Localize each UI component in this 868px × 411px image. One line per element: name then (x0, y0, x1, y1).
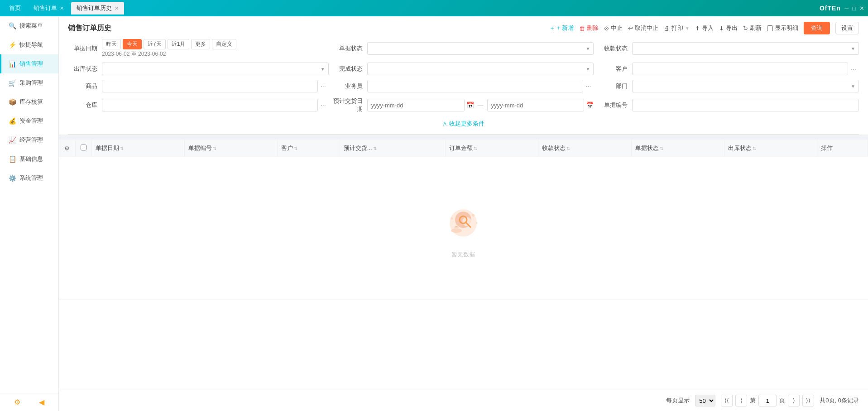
tab-sales-order[interactable]: 销售订单 ✕ (28, 2, 69, 15)
window-maximize-btn[interactable]: □ (852, 5, 856, 12)
date-more-btn[interactable]: 更多 (191, 39, 210, 49)
warehouse-label: 仓库 (68, 101, 102, 109)
department-label: 部门 (598, 82, 632, 90)
display-toggle[interactable]: 显示明细 (767, 24, 798, 32)
sidebar-item-base-info[interactable]: 📋 基础信息 (0, 150, 58, 169)
goods-input[interactable] (102, 80, 318, 92)
per-page-select[interactable]: 50 (695, 395, 715, 406)
department-select[interactable] (632, 80, 859, 92)
sidebar-item-search-menu[interactable]: 🔍 搜索菜单 (0, 16, 58, 35)
window-minimize-btn[interactable]: ─ (844, 5, 849, 12)
order-number-label: 单据编号 (598, 101, 632, 109)
pagination-next-btn[interactable]: ⟩ (788, 395, 800, 406)
sidebar-label-finance: 资金管理 (19, 117, 43, 125)
sidebar-item-inventory[interactable]: 📦 库存核算 (0, 92, 58, 111)
date-today-btn[interactable]: 今天 (123, 39, 142, 49)
warehouse-ellipsis-btn[interactable]: ··· (318, 101, 329, 110)
table-footer: 每页显示 50 ⟨⟨ ⟨ 第 页 ⟩ ⟩⟩ 共0页, 0条记录 (59, 390, 868, 411)
complete-status-control (367, 63, 594, 75)
stop-btn[interactable]: ⊘ 中止 (604, 24, 623, 32)
collapse-row[interactable]: ∧ 收起更多条件 (68, 118, 859, 130)
tab-sales-order-history-label: 销售订单历史 (77, 4, 112, 12)
display-toggle-checkbox[interactable] (767, 25, 773, 31)
th-settings[interactable]: ⚙ (59, 140, 75, 157)
payment-status-select[interactable] (632, 42, 859, 55)
export-btn[interactable]: ⬇ 导出 (719, 24, 738, 32)
calendar-start-icon[interactable]: 📅 (466, 102, 474, 109)
complete-status-select[interactable] (367, 63, 594, 75)
sidebar-item-operations[interactable]: 📈 经营管理 (0, 131, 58, 150)
order-number-control (632, 99, 859, 111)
calendar-end-icon[interactable]: 📅 (586, 102, 594, 109)
select-all-checkbox[interactable] (81, 145, 86, 150)
th-customer[interactable]: 客户⇅ (278, 140, 340, 157)
import-btn[interactable]: ⬆ 导入 (695, 24, 714, 32)
print-dropdown-icon: ▼ (685, 26, 690, 31)
th-checkbox[interactable] (75, 140, 91, 157)
goods-ellipsis-btn[interactable]: ··· (318, 82, 329, 91)
date-last7days-btn[interactable]: 近7天 (144, 39, 166, 49)
pagination-prev-btn[interactable]: ⟨ (735, 395, 747, 406)
cancel-stop-icon: ↩ (628, 25, 633, 32)
customer-sort-icon: ⇅ (294, 146, 297, 151)
th-payment-status[interactable]: 收款状态⇅ (538, 140, 631, 157)
delete-icon: 🗑 (579, 25, 585, 32)
th-number-label: 单据编号 (188, 145, 212, 151)
cancel-stop-btn[interactable]: ↩ 取消中止 (628, 24, 658, 32)
sidebar-item-system-mgmt[interactable]: ⚙️ 系统管理 (0, 169, 58, 188)
empty-text: 暂无数据 (451, 251, 475, 259)
salesperson-ellipsis-btn[interactable]: ··· (583, 82, 594, 91)
tab-sales-order-close[interactable]: ✕ (60, 5, 64, 11)
th-out-status[interactable]: 出库状态⇅ (724, 140, 817, 157)
sidebar-item-purchase-mgmt[interactable]: 🛒 采购管理 (0, 73, 58, 92)
delete-btn[interactable]: 🗑 删除 (579, 24, 599, 32)
page-label-before: 第 (750, 396, 756, 405)
customer-ellipsis-btn[interactable]: ··· (848, 64, 859, 73)
date-last1month-btn[interactable]: 近1月 (168, 39, 190, 49)
purchase-mgmt-icon: 🛒 (9, 79, 16, 87)
page-input[interactable] (758, 395, 777, 406)
th-number[interactable]: 单据编号⇅ (184, 140, 277, 157)
sidebar-item-sales-mgmt[interactable]: 📊 销售管理 (0, 54, 58, 73)
query-btn[interactable]: 查询 (804, 22, 830, 34)
sidebar-label-sales-mgmt: 销售管理 (19, 60, 43, 68)
salesperson-input[interactable] (367, 80, 583, 92)
filter-complete-status: 完成状态 (333, 63, 594, 75)
new-btn[interactable]: ＋ + 新增 (549, 24, 574, 32)
th-order-status[interactable]: 单据状态⇅ (631, 140, 724, 157)
settings-btn[interactable]: 设置 (835, 22, 859, 34)
customer-input[interactable] (632, 63, 848, 75)
sidebar-item-quick-nav[interactable]: ⚡ 快捷导航 (0, 35, 58, 54)
expected-delivery-start[interactable] (367, 99, 465, 111)
th-payment-status-label: 收款状态 (542, 145, 566, 151)
order-status-select[interactable] (367, 42, 594, 55)
th-date[interactable]: 单据日期⇅ (91, 140, 184, 157)
tab-home[interactable]: 首页 (4, 2, 26, 15)
tab-home-label: 首页 (9, 4, 21, 12)
brand-label: OfTEn (820, 5, 841, 12)
window-close-btn[interactable]: ✕ (859, 5, 864, 12)
order-number-input[interactable] (632, 99, 859, 111)
warehouse-control: ··· (102, 99, 329, 111)
filter-warehouse: 仓库 ··· (68, 97, 329, 113)
out-status-select[interactable] (102, 63, 329, 75)
cancel-stop-label: 取消中止 (635, 24, 658, 32)
tab-sales-order-history[interactable]: 销售订单历史 ✕ (71, 2, 124, 15)
date-custom-btn[interactable]: 自定义 (212, 39, 236, 49)
sidebar-collapse-icon[interactable]: ◀ (39, 398, 44, 406)
expected-delivery-end[interactable] (487, 99, 585, 111)
refresh-btn[interactable]: ↻ 刷新 (743, 24, 762, 32)
pagination-first-btn[interactable]: ⟨⟨ (721, 395, 733, 406)
tab-sales-order-history-close[interactable]: ✕ (115, 5, 119, 11)
th-amount[interactable]: 订单金额⇅ (446, 140, 538, 157)
filter-row-2: 出库状态 完成状态 (68, 63, 859, 75)
delete-label: 删除 (587, 24, 599, 32)
sidebar-item-finance[interactable]: 💰 资金管理 (0, 111, 58, 131)
pagination-last-btn[interactable]: ⟩⟩ (802, 395, 814, 406)
date-yesterday-btn[interactable]: 昨天 (102, 39, 121, 49)
print-btn[interactable]: 🖨 打印 ▼ (664, 24, 690, 32)
th-expected-delivery[interactable]: 预计交货...⇅ (340, 140, 445, 157)
customer-label: 客户 (598, 65, 632, 73)
sidebar-settings-icon[interactable]: ⚙ (14, 398, 20, 406)
warehouse-input[interactable] (102, 99, 318, 111)
